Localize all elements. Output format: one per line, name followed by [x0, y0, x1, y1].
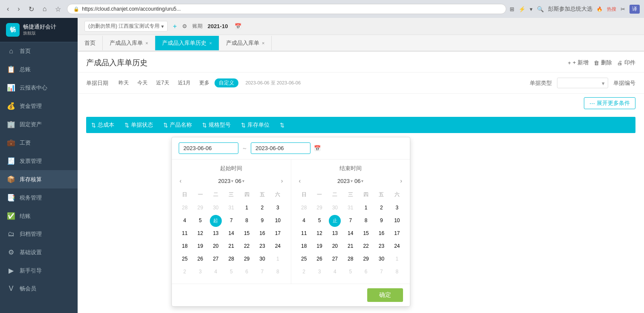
- start-year-btn[interactable]: 2023 ▾: [218, 178, 234, 184]
- confirm-button[interactable]: 确定: [367, 288, 403, 302]
- cal-day[interactable]: 17: [391, 228, 403, 240]
- close-icon[interactable]: ×: [209, 41, 212, 46]
- cal-day[interactable]: 21: [345, 241, 357, 252]
- sidebar-item-salary[interactable]: 💼 工资: [0, 133, 78, 152]
- cal-day[interactable]: 20: [210, 241, 222, 252]
- cal-day[interactable]: 29: [313, 202, 325, 214]
- cal-day[interactable]: 30: [210, 202, 222, 214]
- cal-day[interactable]: 22: [360, 241, 372, 252]
- cal-day[interactable]: 11: [179, 228, 191, 240]
- cal-day[interactable]: 28: [179, 202, 191, 214]
- bookmark-button[interactable]: ☆: [52, 4, 64, 14]
- cal-day[interactable]: 8: [360, 215, 372, 227]
- cal-day[interactable]: 16: [256, 228, 268, 240]
- cal-day[interactable]: 1: [272, 253, 284, 265]
- sidebar-item-vip[interactable]: V 畅会员: [0, 280, 78, 298]
- cal-day[interactable]: 21: [225, 241, 237, 252]
- cal-day[interactable]: 9: [256, 215, 268, 227]
- period-calendar-icon[interactable]: 📅: [235, 23, 241, 29]
- add-tab-button[interactable]: +: [173, 23, 177, 30]
- cal-day[interactable]: 1: [360, 202, 372, 214]
- cal-day[interactable]: 24: [391, 241, 403, 252]
- cal-day[interactable]: 5: [194, 215, 206, 227]
- cal-day[interactable]: 9: [375, 215, 387, 227]
- address-bar[interactable]: 🔒 https://cloud.chanjet.com/accounting/u…: [67, 4, 506, 14]
- th-cost[interactable]: ⇅ 总成本: [86, 121, 119, 129]
- cal-day[interactable]: 2: [256, 202, 268, 214]
- print-button[interactable]: 🖨 印件: [617, 59, 635, 67]
- bolt-icon[interactable]: ⚡: [519, 6, 525, 12]
- company-selector[interactable]: (勿删勿禁用) 江西服宝测试专用 ▾: [84, 21, 168, 32]
- sidebar-item-asset[interactable]: 🏢 固定资产: [0, 115, 78, 133]
- back-button[interactable]: ‹: [4, 4, 12, 14]
- sidebar-item-home[interactable]: ⌂ 首页: [0, 42, 78, 60]
- cal-day[interactable]: 5: [313, 215, 325, 227]
- cal-day[interactable]: 3: [313, 266, 325, 278]
- home-button[interactable]: ⌂: [40, 4, 49, 14]
- cal-day[interactable]: 29: [241, 253, 253, 265]
- cal-day[interactable]: 30: [375, 253, 387, 265]
- cal-day[interactable]: 23: [375, 241, 387, 252]
- cal-day[interactable]: 1: [241, 202, 253, 214]
- cal-day[interactable]: 27: [210, 253, 222, 265]
- cal-day[interactable]: 19: [194, 241, 206, 252]
- cal-day[interactable]: 8: [272, 266, 284, 278]
- extensions-icon[interactable]: ⊞: [510, 6, 514, 12]
- tab-home[interactable]: 首页: [78, 36, 103, 50]
- end-year-btn[interactable]: 2023 ▾: [337, 178, 353, 184]
- yesterday-btn[interactable]: 昨天: [115, 78, 132, 88]
- cal-day[interactable]: 24: [272, 241, 284, 252]
- expand-btn[interactable]: ⋯ 展开更多条件: [584, 97, 635, 109]
- th-spec[interactable]: ⇅ 规格型号: [197, 121, 236, 129]
- cal-day[interactable]: 12: [194, 228, 206, 240]
- cal-day[interactable]: 10: [391, 215, 403, 227]
- add-button[interactable]: + + 新增: [568, 59, 589, 67]
- cal-day[interactable]: 3: [194, 266, 206, 278]
- close-icon[interactable]: ×: [145, 41, 148, 46]
- tab-inbound1[interactable]: 产成品入库单 ×: [103, 36, 155, 50]
- cal-day[interactable]: 14: [345, 228, 357, 240]
- th-unit[interactable]: ⇅ 库存单位: [236, 121, 275, 129]
- cal-day[interactable]: 29: [360, 253, 372, 265]
- cal-day[interactable]: 28: [225, 253, 237, 265]
- cal-day[interactable]: 18: [298, 241, 310, 252]
- cal-day[interactable]: 16: [375, 228, 387, 240]
- cal-day[interactable]: 3: [391, 202, 403, 214]
- sidebar-item-invoice[interactable]: 🧾 发票管理: [0, 152, 78, 170]
- cal-day[interactable]: 6: [360, 266, 372, 278]
- sidebar-item-settings[interactable]: ⚙ 基础设置: [0, 243, 78, 261]
- cal-day[interactable]: 20: [329, 241, 341, 252]
- cal-day[interactable]: 4: [298, 215, 310, 227]
- search-icon[interactable]: 🔍: [537, 6, 544, 12]
- cal-day[interactable]: 22: [241, 241, 253, 252]
- type-dropdown[interactable]: [557, 78, 608, 88]
- cal-day[interactable]: 26: [313, 253, 325, 265]
- th-status[interactable]: ⇅ 单据状态: [119, 121, 158, 129]
- cal-day[interactable]: 11: [298, 228, 310, 240]
- last7-btn[interactable]: 近7天: [153, 78, 173, 88]
- cal-day[interactable]: 7: [256, 266, 268, 278]
- cal-day[interactable]: 19: [313, 241, 325, 252]
- settings-tab-icon[interactable]: ⚙: [182, 23, 187, 29]
- cal-day[interactable]: 31: [345, 202, 357, 214]
- tab-inbound2[interactable]: 产成品入库单 ×: [219, 36, 272, 50]
- cal-day[interactable]: 1: [391, 253, 403, 265]
- cal-day[interactable]: 13: [329, 228, 341, 240]
- cal-day[interactable]: 4: [329, 266, 341, 278]
- sidebar-item-fund[interactable]: 💰 资金管理: [0, 97, 78, 115]
- cal-day[interactable]: 14: [225, 228, 237, 240]
- forward-button[interactable]: ›: [15, 4, 22, 14]
- cal-day[interactable]: 30: [256, 253, 268, 265]
- end-date-input[interactable]: [251, 142, 310, 154]
- end-month-btn[interactable]: 06 ▾: [354, 178, 363, 184]
- cal-day[interactable]: 15: [360, 228, 372, 240]
- cal-day[interactable]: 31: [225, 202, 237, 214]
- cal-day[interactable]: 3: [272, 202, 284, 214]
- cal-day[interactable]: 29: [194, 202, 206, 214]
- refresh-button[interactable]: ↻: [26, 4, 37, 14]
- cal-day[interactable]: 25: [298, 253, 310, 265]
- start-month-btn[interactable]: 06 ▾: [235, 178, 244, 184]
- cal-day[interactable]: 26: [194, 253, 206, 265]
- sidebar-item-ledger[interactable]: 📋 总账: [0, 60, 78, 78]
- th-product[interactable]: ⇅ 产品名称: [158, 121, 197, 129]
